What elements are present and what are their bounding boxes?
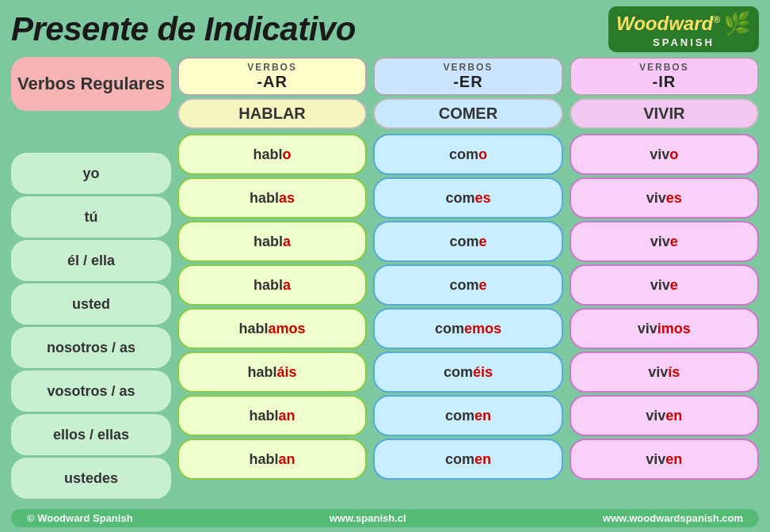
er-verb-name: COMER xyxy=(373,98,562,129)
er-nosotros: comemos xyxy=(373,308,562,349)
ir-usted: vive xyxy=(570,264,759,306)
pronoun-tu: tú xyxy=(11,196,171,238)
er-ustedes: comen xyxy=(373,439,562,480)
er-ellos: comen xyxy=(373,395,562,436)
header: Presente de Indicativo Woodward® 🌿 SPANI… xyxy=(11,6,759,52)
ar-header: VERBOS -AR xyxy=(177,57,367,96)
ir-ending-label: -IR xyxy=(652,73,676,91)
ir-nosotros: vivimos xyxy=(570,308,759,349)
ar-ending-label: -AR xyxy=(257,73,288,91)
pronoun-el-ella: él / ella xyxy=(11,240,171,281)
verb-column-er: VERBOS -ER COMER como comes come come co… xyxy=(373,57,562,504)
pronoun-ellos: ellos / ellas xyxy=(11,414,171,455)
verb-column-ar: VERBOS -AR HABLAR hablo hablas habla hab… xyxy=(177,57,367,504)
ir-vosotros: vivís xyxy=(570,352,759,393)
ir-ellos: viven xyxy=(570,395,759,436)
logo-subtitle: SPANISH xyxy=(653,36,715,48)
ar-vosotros: habláis xyxy=(177,352,367,393)
ir-verb-name: VIVIR xyxy=(570,98,759,129)
ir-header: VERBOS -IR xyxy=(570,57,759,96)
ir-tu: vives xyxy=(570,177,759,218)
verbos-regulares-header: Verbos Regulares xyxy=(11,57,171,111)
verb-column-ir: VERBOS -IR VIVIR vivo vives vive vive vi… xyxy=(570,57,759,504)
ar-el: habla xyxy=(177,221,367,262)
footer-website1: www.spanish.cl xyxy=(330,512,406,524)
ar-nosotros: hablamos xyxy=(177,308,367,349)
logo-box: Woodward® 🌿 SPANISH xyxy=(608,6,759,52)
pronoun-ustedes: ustedes xyxy=(11,458,171,499)
footer: © Woodward Spanish www.spanish.cl www.wo… xyxy=(11,509,759,527)
pronoun-nosotros: nosotros / as xyxy=(11,327,171,368)
ir-ustedes: viven xyxy=(570,439,759,480)
ir-yo: vivo xyxy=(570,134,759,175)
pronoun-vosotros: vosotros / as xyxy=(11,370,171,412)
er-usted: come xyxy=(373,264,562,306)
er-el: come xyxy=(373,221,562,262)
main-container: Presente de Indicativo Woodward® 🌿 SPANI… xyxy=(0,0,770,532)
er-vosotros: coméis xyxy=(373,352,562,393)
footer-copyright: © Woodward Spanish xyxy=(27,512,133,524)
pronoun-spacer xyxy=(11,116,171,150)
er-yo: como xyxy=(373,134,562,175)
footer-website2: www.woodwardspanish.com xyxy=(603,512,743,524)
ar-verb-name: HABLAR xyxy=(177,98,367,129)
er-tu: comes xyxy=(373,177,562,218)
ar-usted: habla xyxy=(177,264,367,306)
logo-inner: Woodward® 🌿 xyxy=(616,10,751,36)
logo-brand: Woodward® xyxy=(616,13,720,35)
pronoun-yo: yo xyxy=(11,153,171,194)
ir-el: vive xyxy=(570,221,759,262)
table-area: Verbos Regulares yo tú él / ella usted n… xyxy=(11,57,759,504)
ar-yo: hablo xyxy=(177,134,367,175)
pronoun-column: Verbos Regulares yo tú él / ella usted n… xyxy=(11,57,171,504)
er-header: VERBOS -ER xyxy=(373,57,562,96)
ar-tu: hablas xyxy=(177,177,367,218)
ar-ellos: hablan xyxy=(177,395,367,436)
er-ending-label: -ER xyxy=(453,73,482,91)
pronoun-usted: usted xyxy=(11,283,171,325)
leaf-icon: 🌿 xyxy=(723,10,751,36)
page-title: Presente de Indicativo xyxy=(11,10,356,48)
ar-type-label: VERBOS xyxy=(247,62,297,73)
er-type-label: VERBOS xyxy=(444,62,494,73)
ir-type-label: VERBOS xyxy=(639,62,689,73)
ar-ustedes: hablan xyxy=(177,439,367,480)
